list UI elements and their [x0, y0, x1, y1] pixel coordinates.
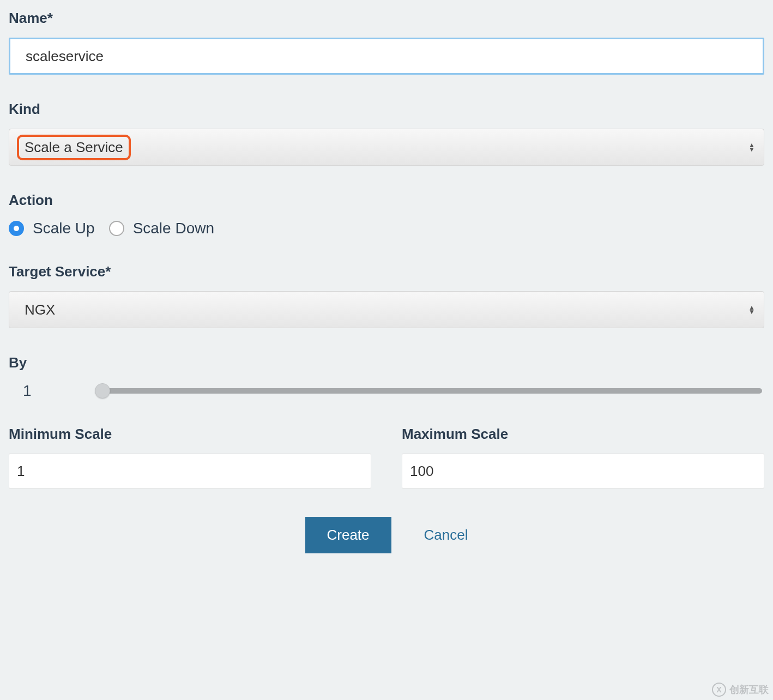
minimum-scale-input[interactable]: [9, 454, 371, 488]
by-value: 1: [23, 382, 32, 400]
create-button[interactable]: Create: [305, 517, 391, 553]
radio-label: Scale Down: [133, 220, 214, 237]
by-slider[interactable]: [102, 388, 762, 394]
name-field: Name*: [9, 10, 764, 75]
radio-scale-down[interactable]: Scale Down: [109, 220, 214, 237]
target-service-label: Target Service*: [9, 263, 764, 280]
radio-icon: [9, 221, 24, 236]
action-radio-group: Scale Up Scale Down: [9, 220, 764, 237]
target-service-selected-value: NGX: [17, 301, 55, 318]
radio-icon: [109, 221, 124, 236]
maximum-scale-label: Maximum Scale: [402, 426, 764, 443]
select-arrows-icon: ▲▼: [748, 143, 755, 152]
scale-limits-row: Minimum Scale Maximum Scale: [9, 426, 764, 488]
maximum-scale-field: Maximum Scale: [402, 426, 764, 488]
minimum-scale-field: Minimum Scale: [9, 426, 371, 488]
name-input[interactable]: [9, 38, 764, 75]
form-buttons: Create Cancel: [9, 517, 764, 553]
target-service-field: Target Service* NGX ▲▼: [9, 263, 764, 328]
action-label: Action: [9, 192, 764, 209]
by-field: By 1: [9, 354, 764, 400]
kind-selected-value: Scale a Service: [17, 135, 131, 160]
kind-label: Kind: [9, 101, 764, 118]
slider-thumb-icon[interactable]: [95, 383, 110, 399]
minimum-scale-label: Minimum Scale: [9, 426, 371, 443]
cancel-button[interactable]: Cancel: [424, 527, 468, 544]
name-label: Name*: [9, 10, 764, 27]
by-slider-row: 1: [9, 382, 764, 400]
kind-field: Kind Scale a Service ▲▼: [9, 101, 764, 166]
maximum-scale-input[interactable]: [402, 454, 764, 488]
by-label: By: [9, 354, 764, 371]
kind-select[interactable]: Scale a Service ▲▼: [9, 129, 764, 166]
target-service-select[interactable]: NGX ▲▼: [9, 291, 764, 328]
radio-label: Scale Up: [33, 220, 95, 237]
select-arrows-icon: ▲▼: [748, 305, 755, 314]
action-field: Action Scale Up Scale Down: [9, 192, 764, 237]
radio-scale-up[interactable]: Scale Up: [9, 220, 95, 237]
